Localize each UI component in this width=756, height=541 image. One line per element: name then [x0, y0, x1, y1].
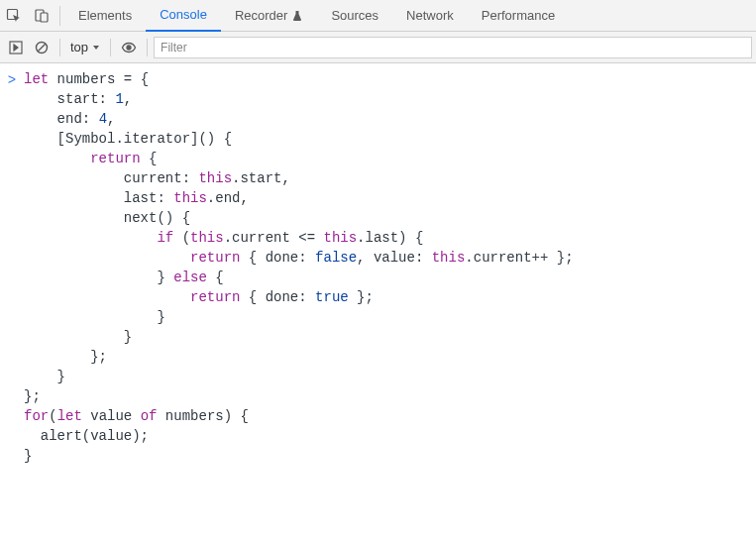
tab-label: Sources: [331, 8, 378, 23]
tab-bar: ElementsConsoleRecorderSourcesNetworkPer…: [0, 0, 756, 32]
tab-label: Network: [406, 8, 454, 23]
separator: [59, 6, 60, 26]
tabs-container: ElementsConsoleRecorderSourcesNetworkPer…: [64, 0, 756, 32]
context-label: top: [70, 40, 88, 54]
svg-point-6: [127, 46, 131, 50]
console-entry: > let numbers = { start: 1, end: 4, [Sym…: [0, 69, 756, 466]
tab-network[interactable]: Network: [392, 0, 468, 32]
eye-icon[interactable]: [117, 36, 141, 59]
tab-sources[interactable]: Sources: [317, 0, 392, 32]
flask-icon: [291, 10, 303, 22]
devtools-panel: ElementsConsoleRecorderSourcesNetworkPer…: [0, 0, 756, 541]
tab-label: Performance: [482, 8, 555, 23]
separator: [59, 39, 60, 56]
separator: [110, 39, 111, 56]
filter-input[interactable]: [154, 37, 752, 58]
tab-label: Console: [160, 7, 207, 22]
tab-elements[interactable]: Elements: [64, 0, 146, 32]
tab-label: Recorder: [235, 8, 287, 23]
chevron-down-icon: [92, 44, 100, 52]
console-output[interactable]: > let numbers = { start: 1, end: 4, [Sym…: [0, 63, 756, 541]
prompt-icon: >: [0, 69, 24, 466]
context-selector[interactable]: top: [66, 40, 104, 54]
clear-console-icon[interactable]: [30, 36, 54, 59]
inspect-icon[interactable]: [0, 0, 28, 32]
code-block[interactable]: let numbers = { start: 1, end: 4, [Symbo…: [24, 69, 582, 466]
svg-rect-2: [41, 13, 48, 22]
separator: [147, 39, 148, 56]
tab-console[interactable]: Console: [146, 0, 221, 32]
execute-icon[interactable]: [4, 36, 28, 59]
tab-performance[interactable]: Performance: [468, 0, 569, 32]
console-toolbar: top: [0, 32, 756, 63]
svg-line-5: [38, 44, 46, 52]
device-toggle-icon[interactable]: [28, 0, 55, 32]
tab-recorder[interactable]: Recorder: [221, 0, 317, 32]
tab-label: Elements: [78, 8, 132, 23]
